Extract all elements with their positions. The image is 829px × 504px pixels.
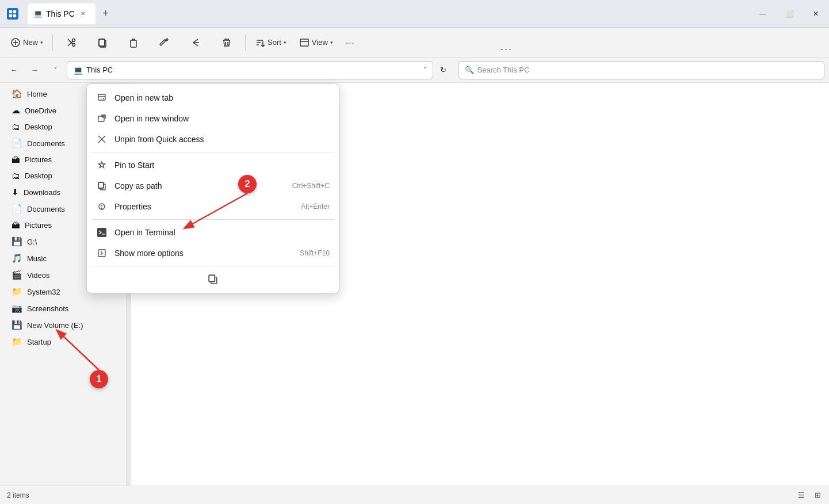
maximize-button[interactable]: ⬜ [776,5,803,23]
tab-this-pc[interactable]: 💻 This PC ✕ [28,3,95,24]
unpin-icon [96,133,108,145]
delete-icon [221,37,232,48]
toolbar: New ▾ Sort ▾ View ▾ ··· [0,28,829,58]
ctx-show-more[interactable]: Show more options Shift+F10 [87,243,339,264]
tab-close-button[interactable]: ✕ [78,9,87,18]
more-dots-icon: ··· [501,43,513,55]
forward-button[interactable]: → [25,61,44,79]
svg-line-8 [68,41,72,46]
sidebar-item-screenshots-label: Screenshots [27,304,68,313]
cut-button[interactable] [56,30,86,55]
rename-button[interactable] [150,30,179,55]
annotation-badge-1: 1 [90,370,108,388]
ctx-open-new-tab[interactable]: Open in new tab [87,87,339,108]
cut-icon [66,37,77,48]
rename-icon [159,37,170,48]
svg-rect-0 [9,10,12,13]
refresh-button[interactable]: ↻ [435,62,452,78]
title-bar-left: 💻 This PC ✕ + [7,3,114,24]
status-view-controls: ☰ ⊞ [794,488,824,502]
nav-expand-button[interactable]: ˅ [46,61,64,79]
annotation-badge-2: 2 [238,175,257,193]
downloads-icon: ⬇ [12,187,19,197]
startup-icon: 📁 [12,337,22,347]
svg-rect-12 [99,39,105,46]
status-text: 2 items [7,491,29,499]
close-button[interactable]: ✕ [803,5,829,23]
list-view-button[interactable]: ☰ [794,488,808,502]
more-options-button[interactable]: ··· [340,30,361,55]
app-icon [7,8,18,20]
desktop-icon: 🗂 [12,171,20,181]
ctx-unpin[interactable]: Unpin from Quick access [87,129,339,150]
ctx-divider-3 [91,266,334,266]
status-bar: 2 items ☰ ⊞ [0,486,829,504]
svg-point-10 [72,43,75,46]
ctx-properties[interactable]: Properties Alt+Enter [87,196,339,217]
sort-icon [255,37,265,48]
svg-rect-38 [209,275,215,281]
svg-rect-36 [98,250,105,257]
share-button[interactable] [181,30,211,55]
sidebar-item-g-drive-label: G:\ [27,238,37,246]
minimize-button[interactable]: — [750,5,776,23]
address-chevron-icon[interactable]: ˅ [423,66,427,74]
sidebar-item-new-volume[interactable]: 💾 New Volume (E:) [2,317,124,333]
ctx-unpin-label: Unpin from Quick access [114,135,330,144]
copy-button[interactable] [87,30,117,55]
desktop-icon-top: 🗂 [12,122,20,132]
delete-button[interactable] [212,30,242,55]
nav-bar: ← → ˅ 💻 This PC ˅ ↻ 🔍 Search This PC [0,58,829,83]
sidebar-item-startup[interactable]: 📁 Startup [2,334,124,350]
sidebar-item-onedrive-label: OneDrive [25,106,56,115]
paste-button[interactable] [119,30,148,55]
svg-point-33 [101,208,102,208]
ctx-open-terminal[interactable]: Open in Terminal [87,222,339,243]
ctx-properties-label: Properties [114,202,294,211]
ctx-copy-path-label: Copy as path [114,181,285,190]
sidebar-item-startup-label: Startup [27,338,51,346]
add-tab-button[interactable]: + [98,6,114,22]
documents-icon-top: 📄 [12,138,22,148]
ctx-open-new-window[interactable]: Open in new window [87,108,339,129]
address-bar[interactable]: 💻 This PC ˅ [67,61,433,79]
g-drive-icon: 💾 [12,236,22,247]
screenshots-icon: 📷 [12,303,22,314]
tab-label: This PC [46,9,75,18]
bottom-copy-icon [207,273,219,285]
search-icon: 🔍 [465,66,474,74]
pin-start-icon [96,159,108,171]
music-icon: 🎵 [12,253,22,264]
sidebar-item-system32-label: System32 [27,288,60,296]
back-button[interactable]: ← [5,61,23,79]
sort-chevron-icon: ▾ [284,40,286,45]
ctx-copy-path-shortcut: Ctrl+Shift+C [292,182,330,190]
svg-rect-21 [98,94,105,100]
system32-icon: 📁 [12,287,22,297]
grid-view-button[interactable]: ⊞ [811,488,824,502]
svg-rect-3 [13,14,16,17]
window-controls: — ⬜ ✕ [750,0,829,28]
show-more-icon [96,247,108,259]
svg-rect-1 [13,10,16,13]
sidebar-item-desktop-label: Desktop [25,171,52,180]
ctx-open-new-tab-label: Open in new tab [114,93,330,102]
ctx-copy-path[interactable]: Copy as path Ctrl+Shift+C [87,175,339,196]
new-volume-icon: 💾 [12,320,22,330]
sidebar-item-documents-top-label: Documents [27,139,65,148]
ctx-bottom-copy-icon[interactable] [87,269,339,289]
ctx-pin-start-label: Pin to Start [114,161,330,170]
sidebar-item-desktop-top-label: Desktop [25,123,52,131]
ctx-pin-start[interactable]: Pin to Start [87,155,339,175]
search-bar[interactable]: 🔍 Search This PC [459,61,825,79]
new-chevron-icon: ▾ [40,40,43,45]
sort-button[interactable]: Sort ▾ [249,30,292,55]
view-button[interactable]: View ▾ [293,30,339,55]
svg-rect-19 [300,39,308,46]
ctx-show-more-label: Show more options [114,249,293,258]
address-computer-icon: 💻 [73,66,83,75]
new-button[interactable]: New ▾ [5,30,49,55]
new-label: New [23,38,38,47]
ctx-divider-2 [91,219,334,220]
sidebar-item-screenshots[interactable]: 📷 Screenshots [2,300,124,316]
